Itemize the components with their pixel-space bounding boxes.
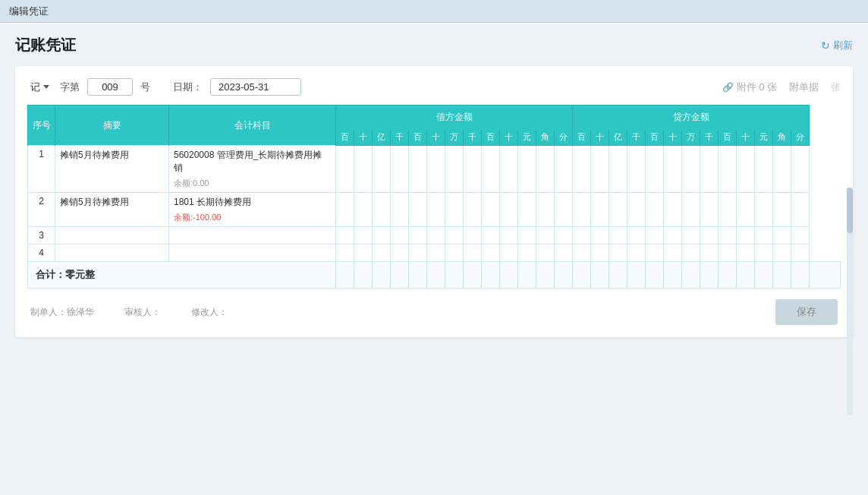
debit-digit-2-8[interactable] xyxy=(482,227,500,244)
debit-digit-3-2[interactable] xyxy=(373,244,391,262)
credit-digit-1-2[interactable] xyxy=(609,193,627,227)
debit-digit-0-5[interactable] xyxy=(427,146,445,193)
credit-digit-1-5[interactable] xyxy=(664,193,682,227)
credit-digit-3-3[interactable] xyxy=(627,244,646,262)
credit-digit-2-1[interactable] xyxy=(591,227,609,244)
row-summary-0[interactable]: 摊销5月待摊费用 xyxy=(55,146,169,193)
debit-digit-2-6[interactable] xyxy=(445,227,464,244)
credit-digit-1-3[interactable] xyxy=(627,193,646,227)
debit-digit-1-12[interactable] xyxy=(555,193,573,227)
row-account-3[interactable] xyxy=(169,244,336,262)
debit-digit-0-2[interactable] xyxy=(373,146,391,193)
debit-digit-3-12[interactable] xyxy=(555,244,573,262)
scrollbar-thumb[interactable] xyxy=(847,188,853,233)
debit-digit-0-9[interactable] xyxy=(500,146,518,193)
credit-digit-2-5[interactable] xyxy=(664,227,682,244)
debit-digit-1-8[interactable] xyxy=(482,193,500,227)
debit-digit-2-1[interactable] xyxy=(354,227,373,244)
credit-digit-1-0[interactable] xyxy=(573,193,591,227)
row-account-0[interactable]: 56020008 管理费用_长期待摊费用摊销余额:0.00 xyxy=(169,146,336,193)
credit-digit-3-10[interactable] xyxy=(755,244,773,262)
debit-digit-3-11[interactable] xyxy=(536,244,555,262)
credit-digit-1-11[interactable] xyxy=(773,193,791,227)
credit-digit-2-11[interactable] xyxy=(773,227,791,244)
voucher-type-button[interactable]: 记 xyxy=(27,79,52,96)
debit-digit-3-4[interactable] xyxy=(409,244,427,262)
credit-digit-2-7[interactable] xyxy=(700,227,719,244)
credit-digit-0-1[interactable] xyxy=(591,146,609,193)
debit-digit-3-3[interactable] xyxy=(391,244,409,262)
debit-digit-1-9[interactable] xyxy=(500,193,518,227)
credit-digit-3-0[interactable] xyxy=(573,244,591,262)
credit-digit-1-6[interactable] xyxy=(682,193,700,227)
credit-digit-2-10[interactable] xyxy=(755,227,773,244)
debit-digit-2-5[interactable] xyxy=(427,227,445,244)
debit-digit-3-9[interactable] xyxy=(500,244,518,262)
credit-digit-2-9[interactable] xyxy=(737,227,755,244)
credit-digit-0-5[interactable] xyxy=(664,146,682,193)
debit-digit-3-0[interactable] xyxy=(336,244,354,262)
credit-digit-2-8[interactable] xyxy=(719,227,737,244)
debit-digit-0-6[interactable] xyxy=(445,146,464,193)
row-seq-3[interactable]: 4 xyxy=(28,244,55,262)
credit-digit-3-7[interactable] xyxy=(700,244,719,262)
debit-digit-2-3[interactable] xyxy=(391,227,409,244)
credit-digit-1-1[interactable] xyxy=(591,193,609,227)
credit-digit-2-12[interactable] xyxy=(791,227,810,244)
credit-digit-1-9[interactable] xyxy=(737,193,755,227)
credit-digit-0-11[interactable] xyxy=(773,146,791,193)
debit-digit-3-6[interactable] xyxy=(445,244,464,262)
credit-digit-2-2[interactable] xyxy=(609,227,627,244)
debit-digit-2-11[interactable] xyxy=(536,227,555,244)
credit-digit-0-7[interactable] xyxy=(700,146,719,193)
debit-digit-0-11[interactable] xyxy=(536,146,555,193)
debit-digit-3-1[interactable] xyxy=(354,244,373,262)
debit-digit-1-1[interactable] xyxy=(354,193,373,227)
row-account-2[interactable] xyxy=(169,227,336,244)
credit-digit-0-3[interactable] xyxy=(627,146,646,193)
credit-digit-3-4[interactable] xyxy=(646,244,664,262)
credit-digit-2-0[interactable] xyxy=(573,227,591,244)
credit-digit-3-9[interactable] xyxy=(737,244,755,262)
row-seq-2[interactable]: 3 xyxy=(28,227,55,244)
debit-digit-0-8[interactable] xyxy=(482,146,500,193)
debit-digit-3-8[interactable] xyxy=(482,244,500,262)
debit-digit-2-2[interactable] xyxy=(373,227,391,244)
credit-digit-0-8[interactable] xyxy=(719,146,737,193)
debit-digit-0-1[interactable] xyxy=(354,146,373,193)
debit-digit-1-0[interactable] xyxy=(336,193,354,227)
date-input[interactable] xyxy=(210,78,301,96)
debit-digit-2-0[interactable] xyxy=(336,227,354,244)
credit-digit-0-2[interactable] xyxy=(609,146,627,193)
credit-digit-3-11[interactable] xyxy=(773,244,791,262)
credit-digit-2-4[interactable] xyxy=(646,227,664,244)
row-seq-1[interactable]: 2 xyxy=(28,193,55,227)
save-button[interactable]: 保存 xyxy=(775,299,838,325)
credit-digit-0-9[interactable] xyxy=(737,146,755,193)
credit-digit-2-3[interactable] xyxy=(627,227,646,244)
credit-digit-0-12[interactable] xyxy=(791,146,810,193)
debit-digit-1-2[interactable] xyxy=(373,193,391,227)
credit-digit-1-10[interactable] xyxy=(755,193,773,227)
credit-digit-3-8[interactable] xyxy=(719,244,737,262)
debit-digit-2-10[interactable] xyxy=(518,227,536,244)
debit-digit-2-4[interactable] xyxy=(409,227,427,244)
attach-link[interactable]: 🔗 附件 0 张 xyxy=(722,80,777,94)
debit-digit-0-7[interactable] xyxy=(464,146,482,193)
debit-digit-2-7[interactable] xyxy=(464,227,482,244)
voucher-number-input[interactable] xyxy=(87,78,133,96)
debit-digit-1-5[interactable] xyxy=(427,193,445,227)
row-summary-3[interactable] xyxy=(55,244,169,262)
debit-digit-1-10[interactable] xyxy=(518,193,536,227)
debit-digit-0-12[interactable] xyxy=(555,146,573,193)
debit-digit-1-6[interactable] xyxy=(445,193,464,227)
credit-digit-0-0[interactable] xyxy=(573,146,591,193)
credit-digit-0-4[interactable] xyxy=(646,146,664,193)
credit-digit-3-12[interactable] xyxy=(791,244,810,262)
credit-digit-0-6[interactable] xyxy=(682,146,700,193)
credit-digit-1-8[interactable] xyxy=(719,193,737,227)
row-account-1[interactable]: 1801 长期待摊费用余额:-100.00 xyxy=(169,193,336,227)
credit-digit-3-2[interactable] xyxy=(609,244,627,262)
debit-digit-1-11[interactable] xyxy=(536,193,555,227)
debit-digit-3-5[interactable] xyxy=(427,244,445,262)
